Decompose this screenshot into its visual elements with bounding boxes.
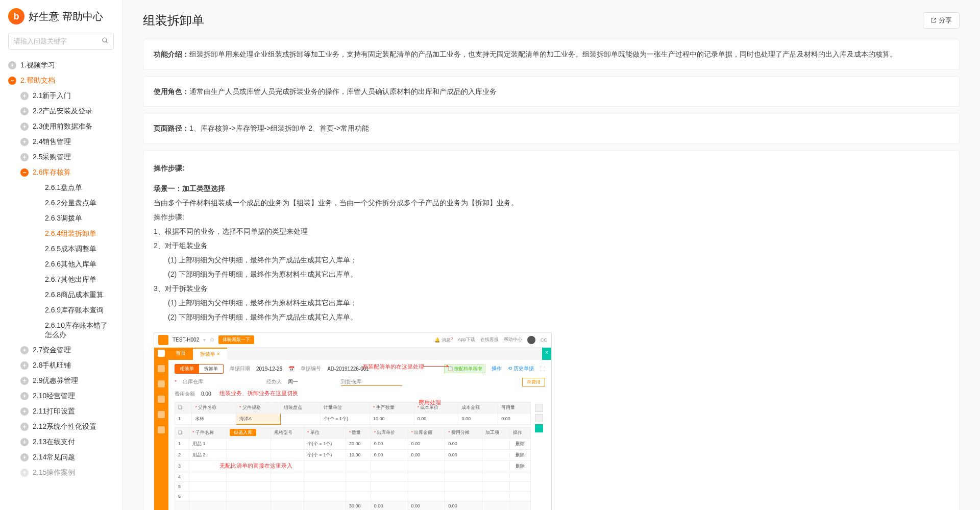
ss-del-icon[interactable]: 删除: [516, 452, 525, 457]
step-3: 3、对于拆装业务: [154, 281, 949, 296]
ss-th: 出库金额: [408, 427, 445, 438]
scene-heading: 场景一：加工类型选择: [154, 181, 949, 196]
ss-tool-icon[interactable]: [535, 404, 543, 412]
table-totals-row: 30.000.000.000.00: [175, 501, 531, 510]
nav-2-6-4[interactable]: 2.6.4组装拆卸单: [45, 226, 114, 241]
ss-avatar-icon[interactable]: [527, 336, 535, 344]
ss-type-toggle[interactable]: 组装单 拆卸单: [175, 364, 224, 374]
ss-instock-field[interactable]: 到货仓库: [341, 378, 402, 386]
table-row[interactable]: 6: [175, 491, 531, 501]
plus-icon: +: [20, 107, 29, 115]
ss-tabs: 首页 拆装单 × ×: [168, 348, 551, 360]
ss-nav-icon[interactable]: [158, 411, 165, 418]
ss-th: 操作: [509, 427, 530, 438]
table-row[interactable]: 5: [175, 481, 531, 491]
ss-op-link[interactable]: 操作: [492, 365, 502, 372]
nav-label: 2.13在线支付: [33, 438, 75, 447]
nav-2-15[interactable]: +2.15操作案例: [20, 465, 114, 480]
ss-nav-icon[interactable]: [158, 365, 165, 372]
nav-label: 2.4销售管理: [33, 137, 71, 147]
nav-2-10[interactable]: +2.10经营管理: [20, 388, 114, 404]
nav-2-4[interactable]: +2.4销售管理: [20, 134, 114, 150]
ss-tab-active[interactable]: 拆装单 ×: [193, 348, 227, 360]
nav-2-6-6[interactable]: 2.6.6其他入库单: [45, 257, 114, 272]
ss-radio-assemble[interactable]: 组装单: [175, 365, 199, 373]
nav-2-14[interactable]: +2.14常见问题: [20, 450, 114, 465]
nav-2-7[interactable]: +2.7资金管理: [20, 343, 114, 358]
intro-text: 组装拆卸单用来处理企业组装或拆卸等加工业务，支持有固定装配清单的产品加工业务，也…: [189, 50, 897, 58]
ss-th: 可用量: [498, 402, 531, 413]
nav-2-5[interactable]: +2.5采购管理: [20, 150, 114, 165]
ss-nav-icon[interactable]: [158, 396, 165, 403]
nav-2-6-7[interactable]: 2.6.7其他出库单: [45, 272, 114, 287]
ss-try-button[interactable]: 体验新版一下: [218, 335, 254, 344]
nav-2-1[interactable]: +2.1新手入门: [20, 88, 114, 104]
ss-code-label: 单据编号: [301, 365, 321, 372]
nav-label: 2.帮助文档: [20, 76, 55, 85]
nav-2-3[interactable]: +2.3使用前数据准备: [20, 119, 114, 134]
ss-nav-icon[interactable]: [158, 380, 165, 387]
table-row[interactable]: 2用品 2个(个 = 1个)10.000.000.000.00删除: [175, 449, 531, 460]
ss-msg[interactable]: 🔔 消息0: [434, 336, 453, 344]
ss-help[interactable]: 帮助中心: [504, 336, 522, 343]
table-row[interactable]: 1用品 1个(个 = 1个)20.000.000.000.00删除: [175, 438, 531, 449]
table-row[interactable]: 1 水杯 海洋A 个(个 = 1个) 10.00 0.00 0.00: [175, 413, 531, 424]
nav-2-6-3[interactable]: 2.6.3调拨单: [45, 211, 114, 226]
ss-parent-table: ❏ 父件名称 父件规格 组装盘点 计量单位 生产数量 成本单价 成本金额: [175, 402, 531, 425]
path-text: 1、库存核算->库存管理->组装拆卸单 2、首页->常用功能: [189, 124, 369, 132]
nav-2-2[interactable]: +2.2产品安装及登录: [20, 104, 114, 119]
ss-template-btn[interactable]: 📋 按配料单新增: [444, 365, 486, 373]
ss-company: TEST-H002: [173, 337, 199, 343]
nav-2-6-2[interactable]: 2.6.2分量盘点单: [45, 196, 114, 211]
step-3b: (2) 下部明细为子件明细，最终作为产成品生成其它入库单。: [154, 310, 949, 324]
nav-2-6-10[interactable]: 2.6.10库存账本错了怎么办: [45, 318, 114, 343]
search-icon[interactable]: [102, 37, 109, 45]
ss-date-label: 单据日期: [230, 365, 250, 372]
svg-point-0: [103, 38, 107, 42]
nav-2-6-1[interactable]: 2.6.1盘点单: [45, 180, 114, 196]
nav-2-11[interactable]: +2.11打印设置: [20, 404, 114, 419]
share-button[interactable]: 分享: [923, 12, 960, 29]
ss-history-link[interactable]: ⟲ 历史单据: [508, 365, 534, 372]
table-row[interactable]: 4: [175, 472, 531, 481]
nav-label: 2.8手机旺铺: [33, 361, 71, 370]
ss-app[interactable]: App下载: [458, 336, 475, 343]
search-input[interactable]: [8, 33, 114, 50]
ss-fee-button[interactable]: 录费用: [522, 378, 545, 386]
ss-tool-icon[interactable]: [535, 424, 543, 432]
nav-2-6-5[interactable]: 2.6.5成本调整单: [45, 241, 114, 257]
nav-video[interactable]: +1.视频学习: [8, 58, 114, 73]
ss-nav-icon[interactable]: [158, 426, 165, 433]
nav-2-6[interactable]: −2.6库存核算: [20, 165, 114, 180]
ss-tab-home[interactable]: 首页: [168, 348, 193, 360]
ss-service[interactable]: 在线客服: [480, 336, 499, 343]
nav-2-6-9[interactable]: 2.6.9库存账本查询: [45, 303, 114, 318]
ss-th: 数量: [346, 427, 371, 438]
step-2b: (2) 下部明细为子件明细，最终作为原材料生成其它出库单。: [154, 267, 949, 281]
nav-2-12[interactable]: +2.12系统个性化设置: [20, 419, 114, 434]
minus-icon: −: [8, 77, 16, 85]
ss-tab-close-all-icon[interactable]: ×: [542, 348, 551, 360]
plus-icon: +: [20, 361, 29, 370]
nav-2-6-8[interactable]: 2.6.8商品成本重算: [45, 287, 114, 303]
ss-tool-icon[interactable]: [535, 414, 543, 422]
ss-radio-disassemble[interactable]: 拆卸单: [199, 365, 223, 373]
nav-docs[interactable]: −2.帮助文档: [8, 73, 114, 88]
intro-label: 功能介绍：: [154, 50, 189, 58]
ss-annot-3: 费用处理: [419, 399, 441, 406]
plus-icon: +: [20, 138, 29, 146]
ss-del-icon[interactable]: 删除: [516, 464, 525, 469]
nav-2-13[interactable]: +2.13在线支付: [20, 434, 114, 450]
ss-th[interactable]: 自选入库: [226, 427, 271, 438]
ss-th: 计量单位: [320, 402, 370, 413]
ss-user: CC: [541, 337, 547, 343]
nav-2-9[interactable]: +2.9优惠券管理: [20, 373, 114, 388]
ss-nav-home-icon[interactable]: [158, 350, 165, 357]
ss-logo-icon: [158, 335, 168, 345]
ss-leftnav: [154, 348, 168, 510]
embedded-screenshot: TEST-H002 ▾ ⚙ 体验新版一下 🔔 消息0 App下载 在线客服 帮助…: [154, 332, 552, 510]
intro-card: 功能介绍：组装拆卸单用来处理企业组装或拆卸等加工业务，支持有固定装配清单的产品加…: [143, 39, 960, 70]
search-box: [8, 33, 114, 50]
ss-del-icon[interactable]: 删除: [516, 441, 525, 446]
nav-2-8[interactable]: +2.8手机旺铺: [20, 358, 114, 373]
